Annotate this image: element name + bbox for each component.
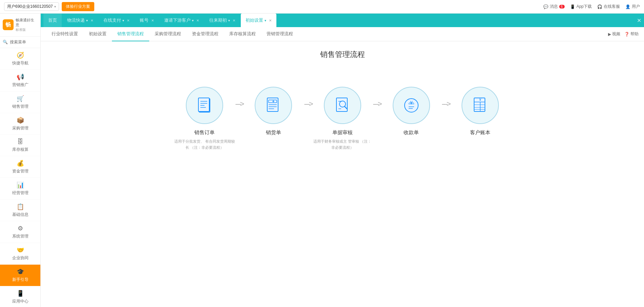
headset-icon: 🎧 xyxy=(597,4,602,9)
flow-node-doc-review: 单据审核适用于财务审核或主 管审核 （注：非必要流程） xyxy=(312,87,373,150)
sidebar-search[interactable]: 🔍 搜索菜单 xyxy=(0,37,40,48)
nav-tab-arrow-icon: ▾ xyxy=(228,19,230,22)
nav-tab-logistics[interactable]: 物流快递▾✕ xyxy=(62,14,98,27)
nav-tab-online-payment[interactable]: 在线支付▾✕ xyxy=(99,14,134,27)
logo-text-block: 畅康通好生意 标准版 xyxy=(16,18,38,32)
user-item[interactable]: 👤 用户 xyxy=(625,4,640,9)
svg-text:¥: ¥ xyxy=(479,98,481,102)
sidebar-item-sales-mgmt[interactable]: 🛒销售管理 xyxy=(0,91,40,113)
inventory-icon: 🗄 xyxy=(17,138,23,145)
logo-sub: 标准版 xyxy=(16,27,38,32)
chevron-down-icon: ▾ xyxy=(54,5,56,8)
message-item[interactable]: 💬 消息 6 xyxy=(543,4,565,9)
sub-tab-label: 资金管理流程 xyxy=(192,31,218,37)
sub-tab-initial-settings[interactable]: 初始设置 xyxy=(83,27,112,41)
nav-tab-close-icon[interactable]: ✕ xyxy=(91,19,93,22)
search-label: 搜索菜单 xyxy=(10,39,26,45)
flow-circle-sales-invoice[interactable] xyxy=(255,87,292,124)
sidebar-item-inventory[interactable]: 🗄库存核算 xyxy=(0,135,40,156)
sidebar-item-app-center[interactable]: 📱应用中心 xyxy=(0,286,40,307)
sidebar-item-label: 经营管理 xyxy=(12,190,28,196)
experience-button[interactable]: 体验行业方案 xyxy=(62,2,94,11)
sub-tab-sales-flow[interactable]: 销售管理流程 xyxy=(112,27,149,41)
sidebar-item-label: 企业协同 xyxy=(12,255,28,261)
flow-label-sales-invoice: 销货单 xyxy=(266,129,281,136)
sidebar-item-newbie-guide[interactable]: 🎓新手引导 xyxy=(0,265,40,286)
help-button[interactable]: ❓ 帮助 xyxy=(624,31,639,37)
online-service-item[interactable]: 🎧 在线客服 xyxy=(597,4,620,9)
search-icon: 🔍 xyxy=(3,40,8,44)
sidebar-item-sys-mgmt[interactable]: ⚙系统管理 xyxy=(0,221,40,243)
sub-tab-marketing-flow[interactable]: 营销管理流程 xyxy=(261,27,298,41)
sidebar-item-marketing-promo[interactable]: 📢营销推广 xyxy=(0,70,40,91)
nav-tab-period-initial[interactable]: 往来期初▾✕ xyxy=(204,14,240,27)
sidebar-item-base-info[interactable]: 📋基础信息 xyxy=(0,200,40,221)
nav-tab-arrow-icon: ▾ xyxy=(192,19,194,22)
nav-tab-label: 账号 xyxy=(140,17,149,23)
sub-tab-finance-flow[interactable]: 资金管理流程 xyxy=(187,27,224,41)
nav-tab-close-icon[interactable]: ✕ xyxy=(127,19,130,22)
flow-circle-receipt[interactable]: ¥ xyxy=(393,87,430,124)
flow-circle-customer-ledger[interactable]: ¥ xyxy=(462,87,499,124)
sales-mgmt-icon: 🛒 xyxy=(17,95,24,102)
nav-tab-invite-downstream[interactable]: 邀请下游客户▾✕ xyxy=(159,14,204,27)
sidebar: 畅 畅康通好生意 标准版 🔍 搜索菜单 🧭快捷导航📢营销推广🛒销售管理📦采购管理… xyxy=(0,14,41,307)
user-selector[interactable]: 用户690企业1660120507 ▾ xyxy=(4,2,59,11)
sidebar-item-ops-mgmt[interactable]: 📊经营管理 xyxy=(0,178,40,200)
sub-tab-industry-settings[interactable]: 行业特性设置 xyxy=(46,27,83,41)
close-all-tabs-button[interactable]: ✕ xyxy=(637,17,641,24)
sidebar-item-finance[interactable]: 💰资金管理 xyxy=(0,156,40,178)
base-info-icon: 📋 xyxy=(17,203,24,210)
top-bar-right: 💬 消息 6 📱 App下载 🎧 在线客服 👤 用户 xyxy=(543,4,640,9)
flow-label-sales-order: 销售订单 xyxy=(194,129,215,136)
message-label: 消息 xyxy=(550,4,558,9)
app-center-icon: 📱 xyxy=(17,290,24,297)
sub-tab-inventory-flow[interactable]: 库存核算流程 xyxy=(224,27,261,41)
nav-tabs-bar: 首页物流快递▾✕在线支付▾✕账号✕邀请下游客户▾✕往来期初▾✕初始设置▾✕ ✕ xyxy=(41,14,644,27)
sidebar-item-quick-nav[interactable]: 🧭快捷导航 xyxy=(0,48,40,70)
page-title: 销售管理流程 xyxy=(54,49,630,60)
flow-circle-sales-order[interactable] xyxy=(186,87,223,124)
sub-tab-label: 初始设置 xyxy=(89,31,106,37)
sub-tabs: 行业特性设置初始设置销售管理流程采购管理流程资金管理流程库存核算流程营销管理流程… xyxy=(41,27,644,41)
nav-tab-close-icon[interactable]: ✕ xyxy=(269,19,272,22)
flow-desc-sales-order: 适用于分批发货、 有合同发货周期较长 （注：非必要流程） xyxy=(174,139,235,150)
sub-tab-label: 行业特性设置 xyxy=(52,31,78,37)
nav-tab-label: 首页 xyxy=(48,17,57,23)
sidebar-item-label: 营销推广 xyxy=(12,82,28,88)
sidebar-item-label: 库存核算 xyxy=(12,147,28,152)
video-label: 视频 xyxy=(612,31,620,37)
nav-tab-account[interactable]: 账号✕ xyxy=(135,14,159,27)
user-name-label: 用户 xyxy=(632,4,640,9)
sub-tab-right: ▶ 视频 ❓ 帮助 xyxy=(608,31,639,37)
video-icon: ▶ xyxy=(608,32,611,37)
sub-tab-purchase-flow[interactable]: 采购管理流程 xyxy=(149,27,187,41)
sidebar-logo: 畅 畅康通好生意 标准版 xyxy=(0,14,40,37)
app-download-item[interactable]: 📱 App下载 xyxy=(570,4,592,9)
svg-rect-4 xyxy=(198,98,209,111)
ops-mgmt-icon: 📊 xyxy=(17,181,24,189)
finance-icon: 💰 xyxy=(17,160,24,167)
newbie-guide-icon: 🎓 xyxy=(17,268,24,275)
app-icon: 📱 xyxy=(570,4,575,9)
nav-tab-initial-setup[interactable]: 初始设置▾✕ xyxy=(241,14,276,27)
nav-tab-home[interactable]: 首页 xyxy=(43,14,62,27)
video-button[interactable]: ▶ 视频 xyxy=(608,31,620,37)
logo-title: 畅康通好生意 xyxy=(16,18,38,27)
nav-tab-arrow-icon: ▾ xyxy=(265,19,266,22)
sidebar-item-enterprise-collab[interactable]: 🤝企业协同 xyxy=(0,243,40,265)
sub-tab-label: 库存核算流程 xyxy=(229,31,256,37)
sidebar-item-label: 基础信息 xyxy=(12,212,28,218)
flow-node-sales-order: 销售订单适用于分批发货、 有合同发货周期较长 （注：非必要流程） xyxy=(174,87,235,150)
message-icon: 💬 xyxy=(543,4,548,9)
flow-circle-doc-review[interactable] xyxy=(324,87,361,124)
nav-tab-label: 物流快递 xyxy=(67,17,85,23)
nav-tab-close-icon[interactable]: ✕ xyxy=(233,19,235,22)
sidebar-item-purchase-mgmt[interactable]: 📦采购管理 xyxy=(0,113,40,135)
flow-node-customer-ledger: ¥ 客户账本 xyxy=(450,87,511,139)
app-download-label: App下载 xyxy=(577,4,592,9)
nav-tab-close-icon[interactable]: ✕ xyxy=(196,19,199,22)
nav-tab-close-icon[interactable]: ✕ xyxy=(151,19,154,22)
enterprise-collab-icon: 🤝 xyxy=(17,246,24,254)
flow-arrow-1: - - -> xyxy=(304,87,312,108)
